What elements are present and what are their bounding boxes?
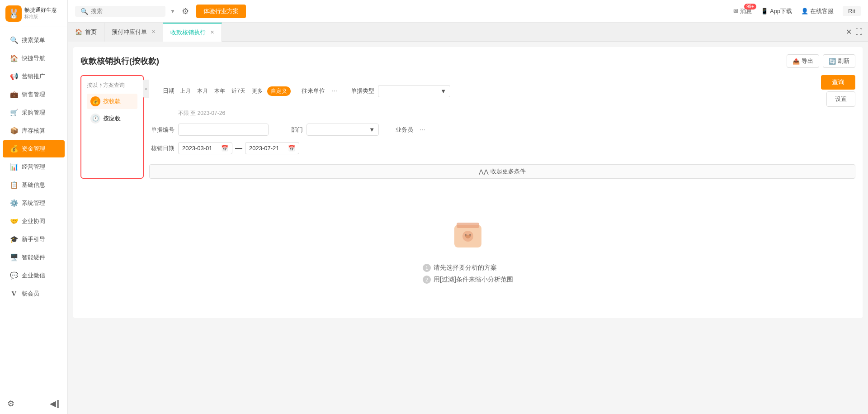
user-avatar[interactable]: Rit (843, 6, 861, 16)
staff-dotdot-button[interactable]: ··· (417, 126, 428, 134)
collapse-more-button[interactable]: ⋀⋀ 收起更多条件 (149, 164, 855, 179)
tab-home[interactable]: 🏠 首页 (68, 23, 104, 42)
counterparty-label: 往来单位 (300, 87, 325, 95)
sidebar-item-guide[interactable]: 🎓 新手引导 (3, 231, 65, 248)
sidebar-item-label: 快捷导航 (22, 54, 45, 62)
refresh-button[interactable]: 🔄 刷新 (823, 54, 855, 68)
date-limit-text: 不限 至 2023-07-26 (178, 110, 225, 116)
by-receipt-icon: 💰 (90, 96, 100, 106)
search-menu-icon: 🔍 (10, 36, 18, 44)
search-input[interactable] (91, 8, 154, 14)
logo-name: 畅捷通好生意 (24, 7, 57, 14)
doc-number-input[interactable] (178, 124, 269, 136)
sidebar-item-hardware[interactable]: 🖥️ 智能硬件 (3, 249, 65, 266)
tab-prepay[interactable]: 预付冲应付单 ✕ (104, 23, 163, 42)
sidebar-item-basic[interactable]: 📋 基础信息 (3, 176, 65, 194)
export-label: 导出 (802, 57, 813, 65)
tab-receipt-verify-label: 收款核销执行 (170, 29, 206, 37)
logo-icon: 🐰 (5, 5, 22, 22)
sidebar-menu: 🔍 搜索菜单 🏠 快捷导航 📢 营销推广 💼 销售管理 🛒 采购管理 📦 库存核… (0, 27, 67, 393)
filter-panel: 按以下方案查询 💰 按收款 🕐 按应收 « (80, 75, 855, 179)
tab-close-all-button[interactable]: ✕ (846, 28, 852, 36)
date-shortcut-7days[interactable]: 近7天 (230, 86, 247, 96)
settings-gear-button[interactable]: ⚙ (180, 6, 191, 16)
page-title: 收款核销执行(按收款) (80, 56, 159, 67)
sidebar-item-member[interactable]: V 畅会员 (3, 285, 65, 302)
sidebar-item-sales[interactable]: 💼 销售管理 (3, 86, 65, 103)
dept-select[interactable]: ▼ (307, 124, 379, 136)
refresh-icon: 🔄 (829, 58, 836, 65)
collapse-panel-button[interactable]: « (143, 80, 149, 98)
date-shortcut-this-year[interactable]: 本年 (212, 86, 227, 96)
sidebar-item-search-menu[interactable]: 🔍 搜索菜单 (3, 32, 65, 49)
chevron-down-icon[interactable]: ▼ (170, 8, 175, 14)
sidebar-footer: ⚙ ◀‖ (0, 393, 67, 414)
by-receivable-icon: 🕐 (90, 114, 100, 124)
export-button[interactable]: 📤 导出 (787, 54, 819, 68)
sidebar-item-inventory[interactable]: 📦 库存核算 (3, 122, 65, 139)
page-container: 收款核销执行(按收款) 📤 导出 🔄 刷新 按以下方案查询 (73, 47, 863, 318)
tabs-bar: 🏠 首页 预付冲应付单 ✕ 收款核销执行 ✕ ✕ ⛶ (68, 23, 868, 42)
filter-option-by-receivable[interactable]: 🕐 按应收 (87, 111, 137, 126)
verify-date-start-input[interactable]: 2023-03-01 📅 (178, 142, 232, 154)
service-icon: 👤 (801, 8, 808, 14)
topbar-search-box[interactable]: 🔍 (75, 6, 165, 17)
member-icon: V (10, 290, 18, 298)
online-service-button[interactable]: 👤 在线客服 (801, 7, 834, 15)
capital-icon: 💰 (10, 145, 18, 153)
sidebar-item-label: 库存核算 (22, 127, 45, 135)
date-shortcut-this-month[interactable]: 本月 (195, 86, 210, 96)
verify-date-end-input[interactable]: 2023-07-21 📅 (245, 142, 299, 154)
page-actions: 📤 导出 🔄 刷新 (787, 54, 855, 68)
filter-option-by-receipt[interactable]: 💰 按收款 (87, 94, 137, 109)
sidebar-item-wechat[interactable]: 💬 企业微信 (3, 267, 65, 284)
message-button[interactable]: ✉ 消息 99+ (733, 7, 752, 15)
sidebar-item-marketing[interactable]: 📢 营销推广 (3, 68, 65, 85)
settings-button[interactable]: 设置 (826, 91, 855, 107)
tab-receipt-verify[interactable]: 收款核销执行 ✕ (163, 23, 222, 42)
doc-type-select[interactable]: ▼ (378, 85, 450, 97)
sidebar-item-cooperation[interactable]: 🤝 企业协同 (3, 213, 65, 230)
topbar-search-wrap: 🔍 ▼ ⚙ (75, 6, 191, 17)
quick-nav-icon: 🏠 (10, 54, 18, 62)
date-shortcut-custom[interactable]: 自定义 (267, 86, 291, 96)
sidebar-item-label: 销售管理 (22, 90, 45, 99)
date-label: 日期 (149, 87, 175, 95)
logo-text: 畅捷通好生意 标准版 (24, 7, 57, 20)
filter-options-panel: 按以下方案查询 💰 按收款 🕐 按应收 (80, 75, 144, 179)
sidebar-item-purchase[interactable]: 🛒 采购管理 (3, 104, 65, 121)
sidebar-item-label: 经营管理 (22, 163, 45, 171)
collapse-more-label: 收起更多条件 (491, 167, 526, 176)
tab-receipt-verify-close-icon[interactable]: ✕ (210, 29, 214, 35)
sidebar-item-operations[interactable]: 📊 经营管理 (3, 158, 65, 176)
date-shortcuts: 上月 本月 本年 近7天 更多 自定义 (178, 86, 291, 96)
doc-type-label: 单据类型 (349, 87, 374, 95)
sidebar-settings-button[interactable]: ⚙ (5, 399, 16, 409)
tip-num-2: 2 (423, 276, 431, 284)
sidebar-item-quick-nav[interactable]: 🏠 快捷导航 (3, 50, 65, 67)
sidebar-item-capital[interactable]: 💰 资金管理 (3, 140, 65, 157)
sidebar-item-system[interactable]: ⚙️ 系统管理 (3, 195, 65, 212)
sidebar-item-label: 采购管理 (22, 109, 45, 117)
refresh-label: 刷新 (838, 57, 849, 65)
filter-row-3: 核销日期 2023-03-01 📅 — 2023-07-21 (149, 142, 855, 154)
sidebar-collapse-button[interactable]: ◀‖ (48, 399, 62, 409)
verify-date-input-group: 2023-03-01 📅 — 2023-07-21 📅 (178, 142, 299, 154)
tab-expand-button[interactable]: ⛶ (855, 28, 863, 36)
query-button[interactable]: 查询 (821, 75, 855, 90)
filter-row-2: 单据编号 部门 ▼ 业务员 (149, 124, 855, 136)
select-chevron-icon: ▼ (440, 88, 446, 95)
counterparty-dotdot-button[interactable]: ··· (329, 87, 340, 95)
app-download-button[interactable]: 📱 App下载 (761, 7, 792, 15)
inventory-icon: 📦 (10, 127, 18, 135)
date-shortcut-last-month[interactable]: 上月 (178, 86, 193, 96)
date-shortcut-more[interactable]: 更多 (250, 86, 264, 96)
staff-field: 业务员 ··· (388, 126, 428, 134)
svg-point-3 (465, 234, 467, 236)
home-icon: 🏠 (75, 29, 82, 35)
search-icon: 🔍 (80, 8, 88, 15)
tabs-actions: ✕ ⛶ (840, 28, 868, 36)
hardware-icon: 🖥️ (10, 253, 18, 262)
industry-solution-button[interactable]: 体验行业方案 (196, 5, 246, 18)
tab-prepay-close-icon[interactable]: ✕ (151, 29, 156, 35)
